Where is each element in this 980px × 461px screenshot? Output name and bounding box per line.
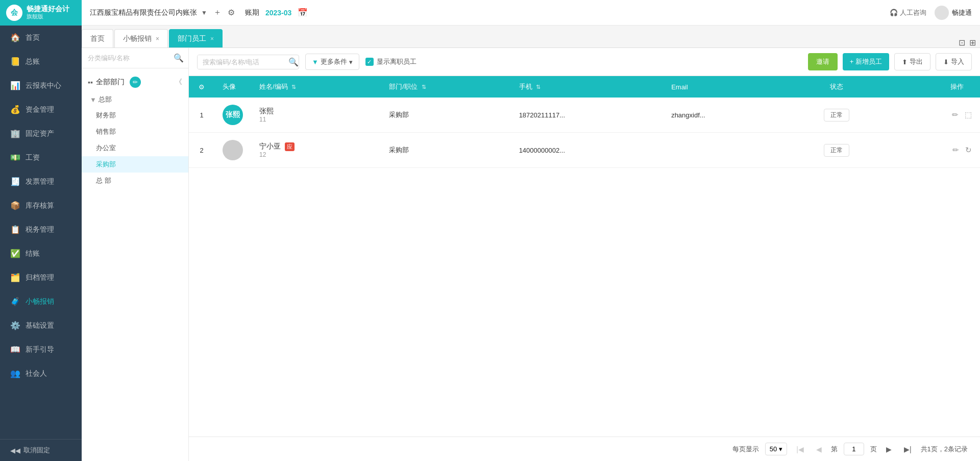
invite-button[interactable]: 邀请	[808, 53, 838, 70]
col-dept[interactable]: 部门/职位 ⇅	[381, 76, 510, 98]
row2-actions: ✏ ↻	[888, 133, 980, 168]
add-company-icon[interactable]: ＋	[213, 7, 222, 18]
chevron-down-icon: ▾	[349, 58, 353, 66]
pag-first-btn[interactable]: |◀	[793, 444, 807, 454]
row1-status-badge: 正常	[824, 109, 849, 122]
pag-next-btn[interactable]: ▶	[883, 444, 895, 454]
add-employee-button[interactable]: + 新增员工	[843, 53, 889, 70]
sidebar-item-payroll[interactable]: 💵 工资	[0, 145, 82, 169]
more-filter-button[interactable]: ▼ 更多条件 ▾	[305, 54, 359, 70]
sidebar-item-guide[interactable]: 📖 新手引导	[0, 337, 82, 361]
sidebar-item-expense[interactable]: 🧳 小畅报销	[0, 289, 82, 313]
sidebar-item-funds[interactable]: 💰 资金管理	[0, 98, 82, 122]
user-avatar	[935, 6, 949, 20]
resign-checkbox[interactable]: ✓	[365, 58, 374, 66]
headset-icon: 🎧	[890, 9, 898, 16]
per-page-select[interactable]: 50 ▾	[765, 443, 787, 455]
sidebar-item-settings[interactable]: ⚙️ 基础设置	[0, 313, 82, 337]
col-action: 操作	[888, 76, 980, 98]
tab-expense[interactable]: 小畅报销 ×	[114, 29, 168, 47]
sidebar-item-ledger[interactable]: 📒 总账	[0, 50, 82, 74]
export-icon: ⬆	[902, 58, 908, 66]
row1-edit-icon[interactable]: ✏	[952, 110, 959, 119]
right-panel: 🔍 ▼ 更多条件 ▾ ✓ 显示离职员工 邀请 + 新增员工	[189, 48, 980, 461]
row2-name: 宁小亚 应	[259, 142, 373, 151]
sidebar-item-home[interactable]: 🏠 首页	[0, 26, 82, 50]
row1-dept: 采购部	[381, 98, 510, 133]
import-button[interactable]: ⬇ 导入	[936, 53, 972, 70]
row1-index: 1	[189, 98, 214, 133]
table-header-row: ⚙ 头像 姓名/编码 ⇅ 部门/职位 ⇅	[189, 76, 980, 98]
dept-item-sales[interactable]: 销售部	[82, 124, 188, 140]
tabs-bar: 首页 小畅报销 × 部门员工 × ⊡ ⊞	[82, 26, 980, 48]
settle-icon: ✅	[10, 249, 20, 258]
tab-dept[interactable]: 部门员工 ×	[169, 29, 223, 47]
sidebar-item-settle[interactable]: ✅ 结账	[0, 241, 82, 265]
row1-logout-icon[interactable]: ⬚	[965, 110, 972, 119]
dept-item-purchase[interactable]: 采购部	[82, 156, 188, 173]
sidebar-item-inventory[interactable]: 📦 库存核算	[0, 193, 82, 217]
row2-tag: 应	[285, 142, 295, 151]
col-settings[interactable]: ⚙	[189, 76, 214, 98]
sidebar-item-assets[interactable]: 🏢 固定资产	[0, 122, 82, 145]
sidebar: 🏠 首页 📒 总账 📊 云报表中心 💰 资金管理 🏢 固定资产 💵 工资 🧾 发…	[0, 26, 82, 461]
company-dropdown-icon[interactable]: ▼	[201, 9, 207, 16]
dept-edit-button[interactable]: ✏	[130, 77, 141, 88]
sidebar-item-tax[interactable]: 📋 税务管理	[0, 217, 82, 241]
header-settings-icon[interactable]: ⚙	[228, 8, 235, 17]
logo-text-area: 畅捷通好会计 旗舰版	[27, 5, 69, 21]
archive-icon: 🗂️	[10, 273, 20, 282]
sidebar-item-invoice[interactable]: 🧾 发票管理	[0, 169, 82, 193]
tab-minimize-icon[interactable]: ⊡	[959, 38, 965, 47]
page-unit: 页	[870, 445, 877, 454]
sidebar-item-archive[interactable]: 🗂️ 归档管理	[0, 265, 82, 289]
dept-group-hq: ▼ 总部 财务部 销售部 办公室 采购部	[82, 92, 188, 189]
dept-search-box: 🔍	[82, 48, 188, 68]
tab-dept-close[interactable]: ×	[210, 35, 214, 42]
tab-maximize-icon[interactable]: ⊞	[969, 38, 976, 47]
reports-icon: 📊	[10, 81, 20, 90]
unpin-button[interactable]: ◀◀ 取消固定	[0, 439, 82, 461]
row2-avatar	[223, 140, 243, 160]
sidebar-item-reports[interactable]: 📊 云报表中心	[0, 74, 82, 98]
app-edition: 旗舰版	[27, 13, 69, 20]
calendar-icon[interactable]: 📅	[298, 8, 308, 17]
tab-home[interactable]: 首页	[82, 29, 113, 47]
row2-refresh-icon[interactable]: ↻	[965, 145, 972, 155]
row1-avatar-cell: 张熙	[214, 98, 251, 133]
export-button[interactable]: ⬆ 导出	[894, 53, 930, 70]
user-area[interactable]: 畅捷通	[935, 6, 972, 20]
dept-item-office[interactable]: 办公室	[82, 140, 188, 156]
support-button[interactable]: 🎧 人工咨询	[890, 8, 926, 17]
sidebar-item-more[interactable]: 👥 社会人	[0, 361, 82, 385]
company-name: 江西服宝精品有限责任公司内账张	[90, 8, 197, 17]
row1-name-cell: 张熙 11	[251, 98, 381, 133]
tab-expense-close[interactable]: ×	[156, 35, 159, 42]
pag-last-btn[interactable]: ▶|	[901, 444, 915, 454]
col-name[interactable]: 姓名/编码 ⇅	[251, 76, 381, 98]
invoice-icon: 🧾	[10, 177, 20, 186]
employee-search-input[interactable]	[198, 55, 284, 69]
dept-search-input[interactable]	[88, 54, 174, 62]
per-page-label: 每页显示	[732, 445, 759, 454]
per-page-dropdown-icon: ▾	[779, 445, 782, 453]
funds-icon: 💰	[10, 105, 20, 114]
row2-edit-icon[interactable]: ✏	[952, 145, 959, 155]
pag-prev-btn[interactable]: ◀	[813, 444, 825, 454]
app-name: 畅捷通好会计	[27, 5, 69, 13]
row2-avatar-cell	[214, 133, 251, 168]
dept-collapse-icon[interactable]: 《	[175, 78, 182, 87]
dept-search-icon[interactable]: 🔍	[174, 53, 184, 63]
dept-group-hq-label[interactable]: ▼ 总部	[82, 92, 188, 107]
dept-sort-icon: ⇅	[422, 84, 426, 90]
dept-item-finance[interactable]: 财务部	[82, 107, 188, 124]
page-input[interactable]	[844, 443, 864, 455]
employee-search-icon[interactable]: 🔍	[284, 57, 299, 67]
row1-name: 张熙	[259, 107, 373, 116]
show-resign-toggle[interactable]: ✓ 显示离职员工	[365, 57, 416, 66]
main-layout: 🏠 首页 📒 总账 📊 云报表中心 💰 资金管理 🏢 固定资产 💵 工资 🧾 发…	[0, 26, 980, 461]
dept-all-item[interactable]: ▪▪ 全部部门 ✏ 《	[82, 72, 188, 92]
dept-item-general[interactable]: 总 部	[82, 173, 188, 189]
import-icon: ⬇	[943, 58, 949, 66]
col-phone[interactable]: 手机 ⇅	[511, 76, 664, 98]
